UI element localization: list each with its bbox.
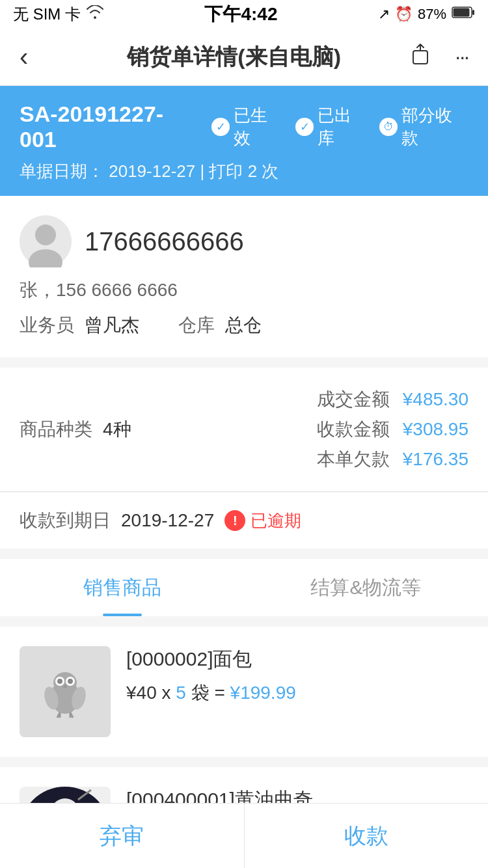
transaction-row: 成交金额 ¥485.30 xyxy=(317,387,468,412)
battery-icon xyxy=(452,6,475,23)
overdue-badge: ! 已逾期 xyxy=(224,509,301,532)
check-icon-shipped: ✓ xyxy=(295,118,314,136)
more-button[interactable]: ··· xyxy=(455,45,468,69)
order-id: SA-20191227-001 xyxy=(20,102,198,152)
status-badges: ✓ 已生效 ✓ 已出库 ⏱ 部分收款 xyxy=(211,104,468,150)
warehouse-name: 总仓 xyxy=(225,315,262,335)
product-image-placeholder-bread xyxy=(20,646,111,737)
sales-name: 曾凡杰 xyxy=(85,315,139,335)
nav-bar: ‹ 销货单详情(来自电脑) ··· xyxy=(0,29,488,86)
tabs-row: 销售商品 结算&物流等 xyxy=(0,559,488,616)
summary-right: 成交金额 ¥485.30 收款金额 ¥308.95 本单欠款 ¥176.35 xyxy=(317,387,468,472)
doc-date-row: 单据日期： 2019-12-27 | 打印 2 次 xyxy=(20,160,468,183)
customer-section: 17666666666 张，156 6666 6666 业务员 曾凡杰 仓库 总… xyxy=(0,196,488,357)
back-button[interactable]: ‹ xyxy=(20,42,59,72)
status-bar: 无 SIM 卡 下午4:42 ↗ ⏰ 87% xyxy=(0,0,488,29)
product-card-bread: [0000002]面包 ¥40 x 5 袋 = ¥199.99 xyxy=(0,627,488,757)
badge-partial: ⏱ 部分收款 xyxy=(379,104,468,150)
badge-shipped: ✓ 已出库 xyxy=(295,104,368,150)
status-left: 无 SIM 卡 xyxy=(13,4,104,25)
location-icon: ↗ xyxy=(378,6,390,23)
category-count: 4种 xyxy=(103,417,131,442)
wifi-icon xyxy=(86,5,104,23)
sales-label: 业务员 xyxy=(20,315,74,335)
debt-label: 本单欠款 xyxy=(317,447,390,472)
customer-phone: 17666666666 xyxy=(85,227,244,256)
order-header-banner: SA-20191227-001 ✓ 已生效 ✓ 已出库 ⏱ 部分收款 单据日期：… xyxy=(0,86,488,196)
svg-rect-1 xyxy=(472,10,474,15)
status-right: ↗ ⏰ 87% xyxy=(378,6,475,23)
avatar xyxy=(20,215,72,267)
sales-info: 业务员 曾凡杰 xyxy=(20,313,139,338)
tab-underline xyxy=(103,614,142,616)
product-total-bread: ¥199.99 xyxy=(230,683,296,703)
collection-amount: ¥308.95 xyxy=(403,419,468,440)
check-icon-effective: ✓ xyxy=(211,118,230,136)
product-info-bread: [0000002]面包 ¥40 x 5 袋 = ¥199.99 xyxy=(126,646,468,705)
product-price-bread: ¥40 x 5 袋 = ¥199.99 xyxy=(126,681,468,705)
time-display: 下午4:42 xyxy=(204,2,277,27)
svg-point-13 xyxy=(68,679,73,684)
clock-icon-partial: ⏱ xyxy=(379,118,398,136)
svg-rect-2 xyxy=(453,8,469,17)
tab-settlement-logistics-label: 结算&物流等 xyxy=(310,575,421,601)
due-date-value: 2019-12-27 xyxy=(121,510,214,531)
tab-sales-products[interactable]: 销售商品 xyxy=(0,559,244,616)
svg-point-5 xyxy=(35,224,56,245)
tab-settlement-logistics[interactable]: 结算&物流等 xyxy=(244,559,488,616)
summary-left: 商品种类 4种 xyxy=(20,387,131,472)
svg-point-12 xyxy=(57,679,62,684)
tab-sales-products-label: 销售商品 xyxy=(83,575,161,601)
alarm-icon: ⏰ xyxy=(395,6,413,23)
customer-meta: 业务员 曾凡杰 仓库 总仓 xyxy=(20,313,468,338)
due-label: 收款到期日 xyxy=(20,508,111,533)
page-title: 销货单详情(来自电脑) xyxy=(59,42,409,72)
collect-payment-button[interactable]: 收款 xyxy=(245,804,489,868)
share-button[interactable] xyxy=(409,42,435,72)
warehouse-info: 仓库 总仓 xyxy=(178,313,262,338)
cancel-review-button[interactable]: 弃审 xyxy=(0,804,245,868)
overdue-text: 已逾期 xyxy=(251,509,301,532)
badge-effective: ✓ 已生效 xyxy=(211,104,284,150)
svg-rect-3 xyxy=(413,51,427,64)
sim-label: 无 SIM 卡 xyxy=(13,4,81,25)
collection-label: 收款金额 xyxy=(317,417,390,442)
debt-amount: ¥176.35 xyxy=(403,449,468,470)
summary-section: 商品种类 4种 成交金额 ¥485.30 收款金额 ¥308.95 本单欠款 ¥… xyxy=(0,368,488,492)
transaction-amount: ¥485.30 xyxy=(403,389,468,410)
overdue-icon: ! xyxy=(224,510,245,531)
category-label: 商品种类 xyxy=(20,417,92,442)
product-name-bread: [0000002]面包 xyxy=(126,646,468,673)
nav-actions: ··· xyxy=(409,42,468,72)
warehouse-label: 仓库 xyxy=(178,315,215,335)
debt-row: 本单欠款 ¥176.35 xyxy=(317,447,468,472)
customer-row: 17666666666 xyxy=(20,215,468,267)
bottom-bar: 弃审 收款 xyxy=(0,803,488,868)
battery-label: 87% xyxy=(418,6,446,23)
collection-row: 收款金额 ¥308.95 xyxy=(317,417,468,442)
due-date-section: 收款到期日 2019-12-27 ! 已逾期 xyxy=(0,492,488,549)
transaction-label: 成交金额 xyxy=(317,387,390,412)
product-qty-bread: 5 xyxy=(176,683,186,703)
customer-name-phone: 张，156 6666 6666 xyxy=(20,278,468,303)
product-thumb-bread xyxy=(20,646,111,737)
